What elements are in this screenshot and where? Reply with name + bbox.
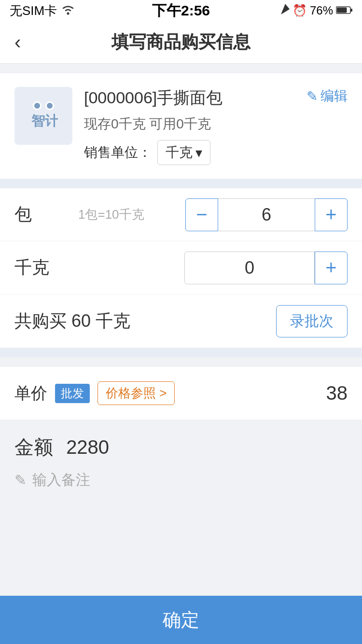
section-divider-1 xyxy=(0,179,362,188)
dropdown-arrow-icon: ▾ xyxy=(195,145,202,161)
package-input-row: 包 1包=10千克 − + xyxy=(0,188,362,241)
amount-label: 金额 xyxy=(14,436,53,458)
amount-section: 金额 2280 ✎ 输入备注 xyxy=(0,420,362,500)
package-sublabel: 1包=10千克 xyxy=(78,206,185,223)
kilogram-quantity-control: + xyxy=(184,252,348,284)
pencil-icon: ✎ xyxy=(14,472,27,489)
svg-marker-1 xyxy=(281,4,290,14)
remark-row[interactable]: ✎ 输入备注 xyxy=(14,470,348,500)
confirm-button-text: 确定 xyxy=(163,608,199,632)
edit-icon: ✎ xyxy=(306,88,318,104)
carrier-text: 无SIM卡 xyxy=(10,2,57,19)
status-indicators: ⏰ 76% xyxy=(281,4,352,17)
summary-row: 共购买 60 千克 录批次 xyxy=(0,294,362,348)
battery-icon xyxy=(336,4,352,17)
back-button[interactable]: ‹ xyxy=(14,31,30,53)
product-image: 智计 xyxy=(14,87,72,145)
price-label: 单价 xyxy=(14,382,47,405)
location-icon xyxy=(281,4,290,17)
unit-value: 千克 xyxy=(166,143,193,162)
status-bar: 无SIM卡 下午2:56 ⏰ 76% xyxy=(0,0,362,21)
package-label: 包 xyxy=(14,203,72,226)
alarm-icon: ⏰ xyxy=(292,4,307,17)
batch-button[interactable]: 录批次 xyxy=(276,305,348,337)
footer[interactable]: 确定 xyxy=(0,596,362,644)
product-logo: 智计 xyxy=(29,101,58,130)
nav-bar: ‹ 填写商品购买信息 xyxy=(0,21,362,64)
svg-rect-4 xyxy=(337,8,347,13)
status-carrier-wifi: 无SIM卡 xyxy=(10,2,75,19)
battery-percent: 76% xyxy=(310,4,333,17)
product-stock: 现存0千克 可用0千克 xyxy=(84,115,348,133)
remark-label: 输入备注 xyxy=(32,470,90,490)
kilogram-plus-button[interactable]: + xyxy=(315,252,348,284)
unit-dropdown[interactable]: 千克 ▾ xyxy=(157,140,210,165)
price-tag: 批发 xyxy=(55,384,90,403)
edit-button[interactable]: ✎ 编辑 xyxy=(306,87,348,105)
svg-text:智计: 智计 xyxy=(31,113,58,128)
price-row: 单价 批发 价格参照 > 38 xyxy=(14,381,348,405)
package-quantity-control: − + xyxy=(185,198,348,231)
product-unit-row: 销售单位： 千克 ▾ xyxy=(84,140,348,165)
kilogram-label: 千克 xyxy=(14,256,72,280)
kilogram-quantity-input[interactable] xyxy=(184,252,315,284)
section-divider-2 xyxy=(0,348,362,357)
price-section: 单价 批发 价格参照 > 38 xyxy=(0,367,362,420)
package-quantity-input[interactable] xyxy=(218,198,315,231)
kilogram-input-row: 千克 + xyxy=(0,241,362,294)
package-plus-button[interactable]: + xyxy=(315,198,348,231)
wifi-icon xyxy=(61,3,75,18)
status-time: 下午2:56 xyxy=(152,1,210,21)
price-value: 38 xyxy=(326,382,348,404)
amount-value: 2280 xyxy=(66,436,109,458)
page-title: 填写商品购买信息 xyxy=(111,30,251,54)
package-minus-button[interactable]: − xyxy=(185,198,218,231)
edit-label: 编辑 xyxy=(320,87,348,105)
product-card: 智计 [0000006]手撕面包 现存0千克 可用0千克 销售单位： 千克 ▾ … xyxy=(0,73,362,179)
unit-label: 销售单位： xyxy=(84,143,152,162)
amount-row: 金额 2280 xyxy=(14,434,348,461)
svg-rect-3 xyxy=(350,9,352,12)
svg-point-0 xyxy=(67,12,70,14)
summary-text: 共购买 60 千克 xyxy=(14,309,130,333)
package-input-section: 包 1包=10千克 − + 千克 + 共购买 60 千克 录批次 xyxy=(0,188,362,348)
price-ref-button[interactable]: 价格参照 > xyxy=(97,381,175,405)
